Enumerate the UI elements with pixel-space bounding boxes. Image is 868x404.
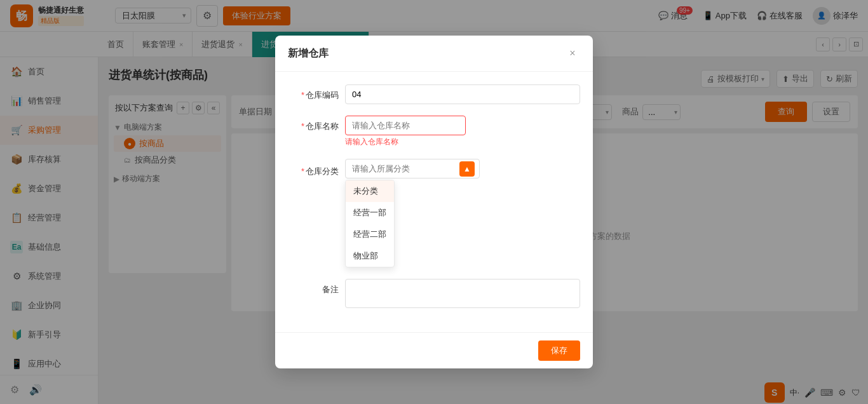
note-label: 备注 xyxy=(288,279,345,295)
form-row-note: 备注 xyxy=(288,279,580,308)
dropdown-option-property[interactable]: 物业部 xyxy=(346,245,394,267)
form-row-name: 仓库名称 请输入仓库名称 xyxy=(288,116,580,147)
category-arrow-button[interactable]: ▲ xyxy=(459,161,475,177)
add-warehouse-modal: 新增仓库 × 仓库编码 仓库名称 请输入仓库名称 仓库分类 xyxy=(275,36,593,368)
save-button[interactable]: 保存 xyxy=(538,340,580,361)
modal-close-button[interactable]: × xyxy=(565,46,580,61)
code-input[interactable] xyxy=(345,84,580,104)
code-label: 仓库编码 xyxy=(288,84,345,101)
note-textarea[interactable] xyxy=(345,279,580,308)
form-row-category: 仓库分类 ▲ 未分类 经营一部 经营二部 物业部 xyxy=(288,159,580,267)
name-label: 仓库名称 xyxy=(288,116,345,132)
category-label: 仓库分类 xyxy=(288,161,345,177)
chevron-up-icon: ▲ xyxy=(463,165,471,173)
form-row-category-inner: 仓库分类 ▲ xyxy=(288,159,480,178)
name-error-msg: 请输入仓库名称 xyxy=(345,137,398,147)
form-row-name-inner: 仓库名称 xyxy=(288,116,466,135)
modal-overlay: 新增仓库 × 仓库编码 仓库名称 请输入仓库名称 仓库分类 xyxy=(0,0,868,404)
dropdown-option-uncategorized[interactable]: 未分类 xyxy=(346,180,394,202)
dropdown-option-dept2[interactable]: 经营二部 xyxy=(346,224,394,245)
modal-footer: 保存 xyxy=(275,332,593,368)
dropdown-option-dept1[interactable]: 经营一部 xyxy=(346,202,394,224)
name-input[interactable] xyxy=(345,116,466,135)
modal-body: 仓库编码 仓库名称 请输入仓库名称 仓库分类 ▲ xyxy=(275,72,593,332)
form-row-code: 仓库编码 xyxy=(288,84,580,104)
modal-header: 新增仓库 × xyxy=(275,36,593,72)
category-select-wrap: ▲ xyxy=(345,159,480,178)
category-dropdown: 未分类 经营一部 经营二部 物业部 xyxy=(345,180,395,267)
modal-title: 新增仓库 xyxy=(288,47,329,60)
